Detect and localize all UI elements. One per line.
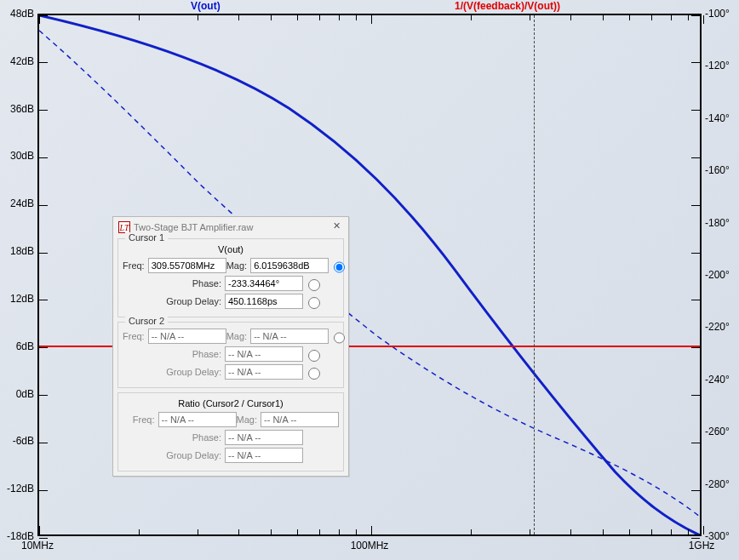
c1-gd-label: Group Delay: [123, 296, 225, 306]
y-right-tick-label: -260° [705, 426, 730, 437]
x-tick-label: 1GHz [689, 540, 715, 551]
y-left-tick-label: -6dB [0, 435, 34, 447]
r-mag-input[interactable] [261, 412, 339, 427]
legend-feedback[interactable]: 1/(V(feedback)/V(out)) [451, 0, 564, 12]
c2-mag-input[interactable] [250, 329, 329, 344]
c2-gd-input[interactable] [225, 364, 303, 380]
y-right-tick-label: -180° [705, 217, 730, 229]
x-tick-label: 10MHz [21, 540, 54, 551]
c1-mag-label: Mag: [226, 260, 250, 271]
r-phase-label: Phase: [123, 432, 225, 443]
y-right-tick-label: -100° [705, 8, 730, 20]
y-right-tick-label: -220° [705, 321, 730, 333]
ratio-heading: Ratio (Cursor2 / Cursor1) [123, 398, 339, 409]
r-gd-label: Group Delay: [123, 450, 225, 460]
cursor1-heading: Cursor 1 [125, 232, 168, 243]
r-mag-label: Mag: [237, 414, 261, 425]
y-right-tick-label: -200° [705, 269, 730, 281]
c1-mag-input[interactable] [250, 258, 329, 273]
y-left-tick-label: 6dB [0, 340, 34, 352]
cursor1-subheading: V(out) [123, 244, 339, 254]
c1-phase-input[interactable] [225, 276, 303, 291]
c1-mag-radio[interactable] [334, 261, 345, 273]
r-freq-label: Freq: [123, 414, 158, 425]
y-left-tick-label: 0dB [0, 388, 34, 400]
cursor2-heading: Cursor 2 [125, 316, 168, 326]
r-phase-input[interactable] [225, 430, 303, 445]
x-tick-label: 100MHz [351, 540, 389, 551]
y-left-tick-label: -12dB [0, 483, 34, 494]
y-right-tick-label: -280° [705, 478, 730, 490]
y-left-tick-label: 18dB [0, 245, 34, 257]
y-left-tick-label: 30dB [0, 150, 34, 162]
ltspice-icon: LT [118, 221, 130, 233]
y-left-tick-label: 36dB [0, 103, 34, 115]
close-icon[interactable]: ✕ [329, 220, 343, 234]
c1-gd-input[interactable] [225, 294, 303, 309]
c1-phase-radio[interactable] [308, 279, 320, 291]
y-right-tick-label: -120° [705, 60, 730, 71]
y-left-tick-label: 24dB [0, 197, 34, 209]
y-right-tick-label: -240° [705, 374, 730, 386]
r-gd-input[interactable] [225, 448, 303, 463]
c2-mag-radio[interactable] [334, 332, 345, 344]
c2-gd-label: Group Delay: [123, 367, 225, 377]
c2-freq-input[interactable] [148, 329, 226, 344]
ratio-group: Ratio (Cursor2 / Cursor1) Freq: Mag: Pha… [117, 392, 344, 471]
r-freq-input[interactable] [158, 412, 237, 427]
c2-gd-radio[interactable] [308, 368, 320, 380]
legend-vout[interactable]: V(out) [187, 0, 224, 12]
cursor1-group: Cursor 1 V(out) Freq: Mag: Phase: Group … [117, 238, 344, 317]
y-right-tick-label: -140° [705, 112, 730, 124]
c1-freq-input[interactable] [148, 258, 226, 273]
y-left-tick-label: 48dB [0, 8, 34, 20]
c1-freq-label: Freq: [123, 260, 148, 271]
c1-gd-radio[interactable] [308, 297, 320, 309]
y-left-tick-label: 12dB [0, 293, 34, 305]
c1-phase-label: Phase: [123, 278, 225, 289]
y-left-tick-label: 42dB [0, 55, 34, 67]
c2-mag-label: Mag: [226, 331, 250, 341]
dialog-title: Two-Stage BJT Amplifier.raw [134, 222, 329, 232]
c2-phase-label: Phase: [123, 349, 225, 359]
c2-phase-input[interactable] [225, 346, 303, 362]
cursor-dialog[interactable]: LT Two-Stage BJT Amplifier.raw ✕ Cursor … [112, 216, 349, 477]
y-right-tick-label: -160° [705, 164, 730, 176]
c2-phase-radio[interactable] [308, 350, 320, 362]
cursor2-group: Cursor 2 Freq: Mag: Phase: Group Delay: [117, 322, 344, 388]
cursor-1-line[interactable] [534, 15, 535, 534]
c2-freq-label: Freq: [123, 331, 148, 341]
